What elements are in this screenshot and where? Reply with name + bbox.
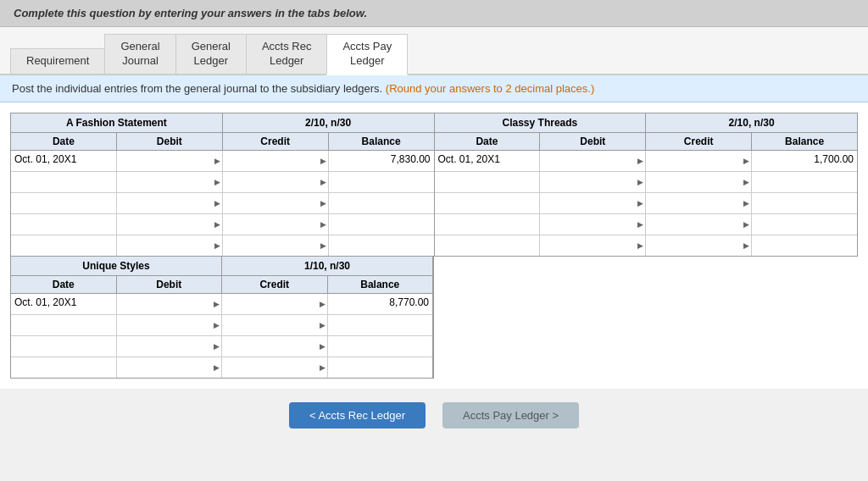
- table-row: Oct. 01, 20X1 8,770.00: [11, 294, 432, 315]
- debit-cell[interactable]: [117, 151, 223, 171]
- balance-cell[interactable]: [752, 235, 857, 256]
- balance-input[interactable]: [332, 174, 431, 186]
- classy-threads-terms: 2/10, n/30: [646, 113, 857, 133]
- fashion-statement-section: A Fashion Statement 2/10, n/30 Date Debi…: [11, 113, 435, 256]
- credit-cell[interactable]: [223, 214, 329, 235]
- credit-cell[interactable]: [222, 294, 328, 314]
- debit-cell[interactable]: [540, 172, 646, 192]
- date-cell[interactable]: [11, 193, 117, 213]
- debit-input[interactable]: [120, 174, 219, 186]
- date-cell[interactable]: [11, 214, 117, 235]
- col-date-right: Date: [435, 133, 541, 150]
- balance-cell[interactable]: [752, 172, 857, 192]
- date-cell[interactable]: [11, 357, 117, 378]
- balance-cell[interactable]: [752, 193, 857, 213]
- debit-cell[interactable]: [117, 315, 223, 335]
- fashion-statement-title: A Fashion Statement: [11, 113, 223, 133]
- debit-cell[interactable]: [540, 214, 646, 235]
- credit-cell[interactable]: [223, 172, 329, 192]
- debit-cell[interactable]: [117, 294, 223, 314]
- table-row: [11, 214, 434, 235]
- classy-threads-title: Classy Threads: [435, 113, 647, 133]
- balance-cell[interactable]: [752, 214, 857, 235]
- balance-cell[interactable]: [328, 357, 433, 378]
- debit-cell[interactable]: [117, 357, 223, 378]
- table-row: [11, 193, 434, 214]
- tab-general-journal[interactable]: GeneralJournal: [104, 34, 175, 74]
- balance-cell: 1,700.00: [752, 151, 857, 171]
- debit-cell[interactable]: [117, 172, 223, 192]
- date-cell[interactable]: [435, 172, 541, 192]
- balance-cell[interactable]: [329, 172, 434, 192]
- table-row: Oct. 01, 20X1 7,830.00: [11, 151, 434, 172]
- fashion-statement-terms: 2/10, n/30: [223, 113, 434, 133]
- date-cell[interactable]: [11, 315, 117, 335]
- credit-cell[interactable]: [646, 214, 752, 235]
- tab-requirement[interactable]: Requirement: [10, 48, 105, 74]
- round-note: (Round your answers to 2 decimal places.…: [386, 82, 594, 95]
- debit-cell[interactable]: [540, 151, 646, 171]
- tab-accts-rec-ledger[interactable]: Accts RecLedger: [246, 34, 328, 74]
- balance-cell: 7,830.00: [329, 151, 434, 171]
- date-cell[interactable]: [435, 235, 541, 256]
- col-debit-left: Debit: [117, 133, 223, 150]
- prev-button[interactable]: < Accts Rec Ledger: [289, 402, 426, 428]
- debit-cell[interactable]: [117, 235, 223, 256]
- balance-cell[interactable]: [328, 336, 433, 357]
- credit-cell[interactable]: [646, 151, 752, 171]
- credit-cell[interactable]: [646, 172, 752, 192]
- col-balance-right: Balance: [752, 133, 857, 150]
- instruction-bar: Post the individual entries from the gen…: [0, 75, 868, 102]
- date-cell[interactable]: [435, 193, 541, 213]
- credit-cell[interactable]: [223, 235, 329, 256]
- table-row: [11, 172, 434, 193]
- date-cell[interactable]: [11, 172, 117, 192]
- debit-cell[interactable]: [117, 336, 223, 357]
- balance-cell[interactable]: [328, 315, 433, 335]
- credit-cell[interactable]: [223, 193, 329, 213]
- table-row: [435, 193, 858, 214]
- table-row: [435, 235, 858, 256]
- debit-cell[interactable]: [540, 235, 646, 256]
- balance-cell[interactable]: [329, 214, 434, 235]
- date-cell[interactable]: [435, 214, 541, 235]
- credit-cell[interactable]: [222, 315, 328, 335]
- bottom-navigation: < Accts Rec Ledger Accts Pay Ledger >: [0, 389, 868, 442]
- table-row: [435, 172, 858, 193]
- instruction-text: Post the individual entries from the gen…: [12, 82, 382, 95]
- col-credit-left: Credit: [223, 133, 329, 150]
- col-balance-left: Balance: [329, 133, 434, 150]
- date-input[interactable]: [14, 174, 113, 186]
- col-balance-bottom: Balance: [328, 276, 433, 293]
- table-row: [11, 315, 432, 336]
- instruction-text: Complete this question by entering your …: [14, 7, 367, 19]
- date-cell[interactable]: [11, 235, 117, 256]
- debit-cell[interactable]: [540, 193, 646, 213]
- table-row: [11, 235, 434, 256]
- balance-cell: 8,770.00: [328, 294, 433, 314]
- credit-cell[interactable]: [222, 357, 328, 378]
- date-cell: Oct. 01, 20X1: [11, 151, 117, 171]
- col-date-left: Date: [11, 133, 117, 150]
- credit-cell[interactable]: [222, 336, 328, 357]
- table-row: [435, 214, 858, 235]
- table-row: [11, 357, 432, 378]
- credit-cell[interactable]: [646, 193, 752, 213]
- balance-cell[interactable]: [329, 193, 434, 213]
- credit-input[interactable]: [226, 153, 325, 165]
- date-cell[interactable]: [11, 336, 117, 357]
- balance-cell[interactable]: [329, 235, 434, 256]
- credit-cell[interactable]: [646, 235, 752, 256]
- credit-input[interactable]: [226, 174, 325, 186]
- unique-styles-section: Unique Styles 1/10, n/30 Date Debit Cred…: [10, 257, 434, 379]
- debit-input[interactable]: [120, 153, 219, 165]
- next-button[interactable]: Accts Pay Ledger >: [442, 402, 579, 428]
- tab-accts-pay-ledger[interactable]: Accts PayLedger: [326, 34, 408, 75]
- col-date-bottom: Date: [11, 276, 117, 293]
- debit-cell[interactable]: [117, 214, 223, 235]
- credit-cell[interactable]: [223, 151, 329, 171]
- col-debit-right: Debit: [540, 133, 646, 150]
- col-credit-bottom: Credit: [222, 276, 328, 293]
- debit-cell[interactable]: [117, 193, 223, 213]
- tab-general-ledger[interactable]: GeneralLedger: [175, 34, 247, 74]
